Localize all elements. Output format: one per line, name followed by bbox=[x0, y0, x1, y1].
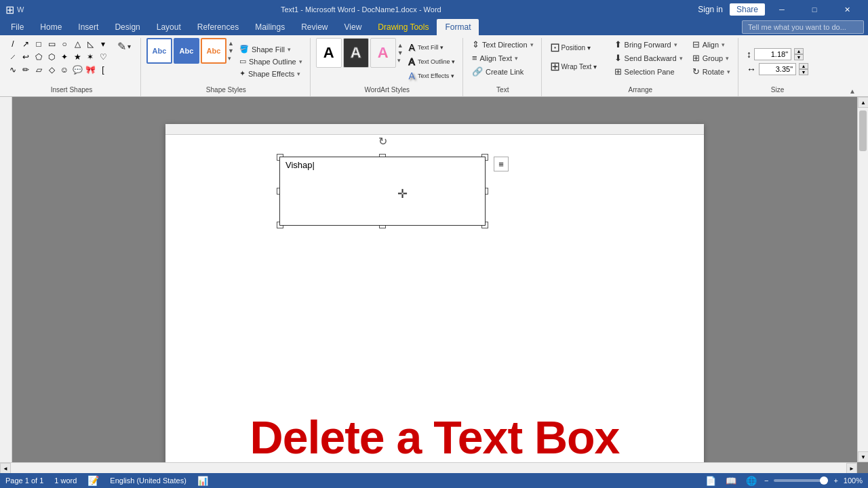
scroll-right-btn[interactable]: ► bbox=[846, 463, 857, 473]
bracket-shape[interactable]: [ bbox=[97, 64, 109, 76]
tab-layout[interactable]: Layout bbox=[149, 19, 189, 35]
group-btn[interactable]: ⊞ Group ▾ bbox=[689, 52, 734, 64]
rounded-rect-shape[interactable]: ▭ bbox=[45, 38, 58, 50]
shape-fill-btn[interactable]: 🪣 Shape Fill ▾ bbox=[236, 43, 306, 55]
sign-in-button[interactable]: Sign in bbox=[692, 3, 728, 16]
wordart-sample-1[interactable]: A bbox=[316, 38, 342, 68]
star6[interactable]: ✶ bbox=[84, 51, 96, 63]
diamond[interactable]: ◇ bbox=[45, 64, 58, 76]
selection-pane-btn[interactable]: ⊞ Selection Pane bbox=[611, 65, 686, 78]
arrow-shape[interactable]: ↗ bbox=[20, 38, 32, 50]
wordart-sample-3[interactable]: A bbox=[370, 38, 396, 68]
print-layout-btn[interactable]: 📄 bbox=[703, 476, 718, 486]
shape-style-2[interactable]: Abc bbox=[174, 38, 199, 64]
text-outline-btn[interactable]: A Text Outline ▾ bbox=[406, 55, 458, 68]
shape-styles-more[interactable]: ▾ bbox=[228, 55, 234, 62]
more-shapes[interactable]: ▾ bbox=[97, 38, 109, 50]
callout[interactable]: 💬 bbox=[71, 64, 83, 76]
tab-design[interactable]: Design bbox=[106, 19, 148, 35]
group-dropdown[interactable]: ▾ bbox=[726, 55, 729, 62]
search-input[interactable] bbox=[742, 20, 864, 34]
hexagon[interactable]: ⬡ bbox=[45, 51, 58, 63]
spelling-check-icon[interactable]: 📝 bbox=[87, 475, 99, 486]
tab-file[interactable]: File bbox=[3, 19, 32, 35]
maximize-button[interactable]: □ bbox=[799, 0, 830, 19]
parallelogram[interactable]: ▱ bbox=[33, 64, 45, 76]
shape-styles-up[interactable]: ▲ bbox=[228, 40, 234, 47]
text-fill-btn[interactable]: A Text Fill ▾ bbox=[406, 41, 458, 54]
star4[interactable]: ✦ bbox=[58, 51, 71, 63]
ribbon-shape[interactable]: 🎀 bbox=[84, 64, 96, 76]
scroll-container[interactable]: ↻ bbox=[12, 97, 857, 462]
create-link-btn[interactable]: 🔗 Create Link bbox=[469, 65, 527, 78]
curve-shape[interactable]: ∿ bbox=[7, 64, 19, 76]
position-btn[interactable]: ⊡ Position ▾ bbox=[547, 38, 608, 57]
wordart-more[interactable]: ▾ bbox=[397, 57, 403, 64]
wordart-down[interactable]: ▼ bbox=[397, 49, 403, 56]
tab-home[interactable]: Home bbox=[32, 19, 70, 35]
scroll-down-btn[interactable]: ▼ bbox=[858, 451, 868, 462]
scroll-thumb-vertical[interactable] bbox=[859, 110, 867, 151]
align-text-btn[interactable]: ≡ Align Text ▾ bbox=[469, 52, 521, 64]
zoom-out-btn[interactable]: − bbox=[764, 476, 768, 485]
scroll-up-btn[interactable]: ▲ bbox=[858, 97, 868, 108]
shape-fill-dropdown[interactable]: ▾ bbox=[288, 46, 291, 53]
width-down[interactable]: ▼ bbox=[799, 69, 808, 75]
smiley[interactable]: ☺ bbox=[58, 64, 71, 76]
vertical-scrollbar[interactable]: ▲ ▼ bbox=[857, 97, 868, 462]
send-backward-btn[interactable]: ⬇ Send Backward ▾ bbox=[611, 52, 686, 64]
textbox-selection[interactable]: ↻ bbox=[274, 151, 491, 231]
share-button[interactable]: Share bbox=[730, 3, 765, 16]
bring-forward-dropdown[interactable]: ▾ bbox=[674, 41, 677, 48]
textbox[interactable]: Vishap bbox=[279, 157, 486, 226]
horizontal-scrollbar[interactable]: ◄ ► bbox=[0, 462, 857, 473]
line2-shape[interactable]: ⟋ bbox=[7, 51, 19, 63]
wrap-text-btn[interactable]: ⊞ Wrap Text ▾ bbox=[547, 57, 608, 76]
align-dropdown[interactable]: ▾ bbox=[722, 41, 725, 48]
freeform-shape[interactable]: ✏ bbox=[20, 64, 32, 76]
shape-style-3[interactable]: Abc bbox=[201, 38, 226, 64]
rotate-dropdown[interactable]: ▾ bbox=[727, 68, 730, 75]
line-shape[interactable]: / bbox=[7, 38, 19, 50]
language[interactable]: English (United States) bbox=[110, 476, 186, 485]
shape-styles-down[interactable]: ▼ bbox=[228, 47, 234, 54]
rotate-btn[interactable]: ↻ Rotate ▾ bbox=[689, 65, 734, 78]
rt-triangle-shape[interactable]: ◺ bbox=[84, 38, 96, 50]
zoom-in-btn[interactable]: + bbox=[833, 476, 837, 485]
zoom-slider[interactable] bbox=[774, 479, 828, 482]
zoom-thumb[interactable] bbox=[820, 476, 828, 485]
edit-shape-btn[interactable]: ✎ ▾ bbox=[112, 38, 136, 55]
tab-drawing-tools[interactable]: Drawing Tools bbox=[370, 19, 437, 35]
read-mode-btn[interactable]: 📖 bbox=[724, 476, 738, 486]
document-stats-icon[interactable]: 📊 bbox=[197, 476, 208, 486]
circle-shape[interactable]: ○ bbox=[58, 38, 71, 50]
wordart-sample-2[interactable]: A bbox=[343, 38, 369, 68]
shape-outline-btn[interactable]: ▭ Shape Outline ▾ bbox=[236, 56, 306, 67]
height-up[interactable]: ▲ bbox=[794, 48, 804, 54]
shape-effects-dropdown[interactable]: ▾ bbox=[297, 70, 300, 77]
zoom-level[interactable]: 100% bbox=[844, 476, 863, 485]
rect-shape[interactable]: □ bbox=[33, 38, 45, 50]
align-btn[interactable]: ⊟ Align ▾ bbox=[689, 38, 734, 51]
star5[interactable]: ★ bbox=[71, 51, 83, 63]
shape-style-1[interactable]: Abc bbox=[146, 38, 172, 64]
bring-forward-btn[interactable]: ⬆ Bring Forward ▾ bbox=[611, 38, 686, 51]
minimize-button[interactable]: ─ bbox=[766, 0, 797, 19]
text-effects-btn[interactable]: A Text Effects ▾ bbox=[406, 69, 458, 83]
align-text-dropdown[interactable]: ▾ bbox=[515, 55, 518, 62]
collapse-ribbon-btn[interactable]: ▲ bbox=[849, 87, 856, 95]
tab-review[interactable]: Review bbox=[293, 19, 336, 35]
close-button[interactable]: ✕ bbox=[831, 0, 863, 19]
send-backward-dropdown[interactable]: ▾ bbox=[679, 55, 683, 62]
shape-effects-btn[interactable]: ✦ Shape Effects ▾ bbox=[236, 68, 306, 79]
height-down[interactable]: ▼ bbox=[794, 54, 804, 60]
bend-arrow[interactable]: ↩ bbox=[20, 51, 32, 63]
text-direction-btn[interactable]: ⇕ Text Direction ▾ bbox=[469, 38, 537, 51]
rotate-handle[interactable]: ↻ bbox=[378, 135, 387, 148]
pentagon[interactable]: ⬠ bbox=[33, 51, 45, 63]
tab-format[interactable]: Format bbox=[437, 19, 479, 35]
layout-options-btn[interactable]: ≡ bbox=[494, 157, 509, 171]
height-input[interactable] bbox=[754, 48, 791, 60]
wordart-up[interactable]: ▲ bbox=[397, 42, 403, 49]
shape-outline-dropdown[interactable]: ▾ bbox=[299, 58, 302, 65]
